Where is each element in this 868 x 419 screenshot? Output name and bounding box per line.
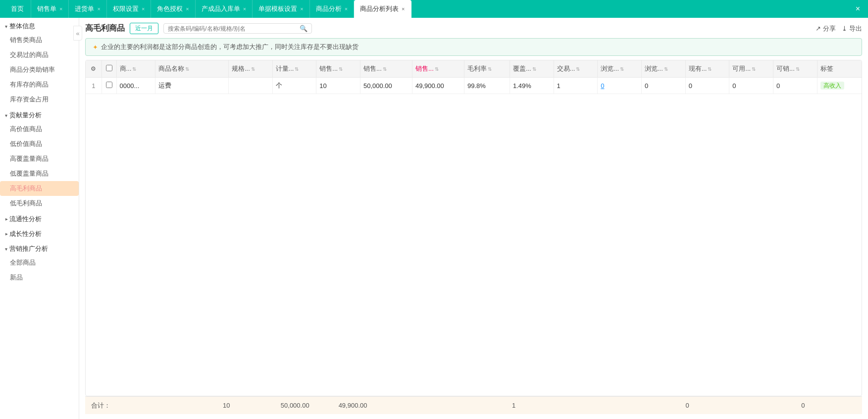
sidebar-item-low-margin[interactable]: 低毛利商品 [0,196,79,211]
share-button[interactable]: ↗ 分享 [816,24,836,33]
cell-sale-profit: 49,900.00 [412,78,464,94]
col-sale-qty[interactable]: 销售...⇅ [316,60,360,78]
cell-trade: 1 [554,78,598,94]
arrow-marketing: ▾ [5,246,7,252]
col-settings[interactable]: ⚙ [86,60,102,78]
footer-gross-rate [393,402,451,409]
export-button[interactable]: ⤓ 导出 [842,24,862,33]
arrow-overall: ▾ [5,24,7,29]
footer-bar: 合计： 10 50,000.00 49,900.00 1 0 0 [85,396,862,414]
col-checkbox[interactable] [102,60,116,78]
sidebar-item-stock-capital[interactable]: 库存资金占用 [0,92,79,107]
sidebar-group-marketing[interactable]: ▾ 营销推广分析 [0,240,79,255]
close-tab-product-analysis[interactable]: × [345,6,348,12]
col-coverage[interactable]: 覆盖...⇅ [510,60,554,78]
sidebar-item-traded-goods[interactable]: 交易过的商品 [0,47,79,62]
search-icon[interactable]: 🔍 [300,25,307,32]
footer-available [740,402,798,409]
cell-gross-rate: 99.8% [464,78,510,94]
arrow-growth: ▾ [3,233,9,235]
tab-template-settings[interactable]: 单据模板设置 × [253,0,309,18]
select-all-checkbox[interactable] [106,65,112,71]
close-tab-sales-order[interactable]: × [59,6,62,12]
tab-product-inbound[interactable]: 产成品入库单 × [196,0,253,18]
tab-sales-order[interactable]: 销售单 × [31,0,69,18]
sidebar-group-growth[interactable]: ▾ 成长性分析 [0,226,79,240]
header-actions: ↗ 分享 ⤓ 导出 [816,24,862,33]
footer-browse2 [625,402,683,409]
content-header: 高毛利商品 近一月 🔍 ↗ 分享 ⤓ 导出 [85,23,862,34]
sidebar-item-sales-goods[interactable]: 销售类商品 [0,33,79,47]
sidebar-item-stocked-goods[interactable]: 有库存的商品 [0,77,79,92]
footer-sale-profit: 49,900.00 [336,402,394,409]
col-gross-rate[interactable]: 毛利率⇅ [464,60,510,78]
col-available[interactable]: 可用...⇅ [729,60,773,78]
close-tab-product-inbound[interactable]: × [243,6,246,12]
table-body: 1 0000... 运费 个 10 50,000.00 49,900.00 99… [86,78,862,94]
sidebar-item-low-coverage[interactable]: 低覆盖量商品 [0,166,79,181]
close-all-tabs[interactable]: × [852,4,864,13]
footer-sale-amt: 50,000.00 [278,402,336,409]
tab-role-auth[interactable]: 角色授权 × [151,0,195,18]
export-icon: ⤓ [842,25,847,32]
search-input[interactable] [168,25,300,32]
tab-product-analysis-list[interactable]: 商品分析列表 × [354,0,411,18]
sidebar-collapse-btn[interactable]: « [73,26,79,41]
row-num: 1 [86,78,102,94]
sidebar-group-circulation[interactable]: ▾ 流通性分析 [0,211,79,226]
top-nav: 首页 销售单 × 进货单 × 权限设置 × 角色授权 × 产成品入库单 × 单据… [0,0,868,18]
sidebar-item-low-value[interactable]: 低价值商品 [0,137,79,151]
cell-name: 运费 [155,78,228,94]
close-tab-role-auth[interactable]: × [186,6,189,12]
col-name[interactable]: 商品名称⇅ [155,60,228,78]
time-filter-btn[interactable]: 近一月 [130,23,158,34]
col-saleable[interactable]: 可销...⇅ [773,60,817,78]
table-row: 1 0000... 运费 个 10 50,000.00 49,900.00 99… [86,78,862,94]
total-label: 合计： [91,401,220,410]
sidebar-item-high-margin[interactable]: 高毛利商品 [0,181,79,196]
tab-home[interactable]: 首页 [4,0,31,18]
sidebar-item-new-goods[interactable]: 新品 [0,270,79,285]
sidebar: « ▾ 整体信息 销售类商品 交易过的商品 商品分类助销率 有库存的商品 库存资… [0,18,79,419]
col-tag[interactable]: 标签 [817,60,862,78]
cell-code: 0000... [116,78,155,94]
footer-current: 0 [683,402,741,409]
close-tab-purchase-order[interactable]: × [97,6,100,12]
tab-permission-settings[interactable]: 权限设置 × [107,0,151,18]
footer-coverage [451,402,509,409]
close-tab-template[interactable]: × [300,6,303,12]
page-title: 高毛利商品 [85,23,125,34]
tab-product-analysis[interactable]: 商品分析 × [310,0,354,18]
close-tab-permission[interactable]: × [142,6,145,12]
sidebar-item-all-goods[interactable]: 全部商品 [0,255,79,270]
col-current[interactable]: 现有...⇅ [685,60,729,78]
col-browse1[interactable]: 浏览...⇅ [598,60,642,78]
cell-coverage: 1.49% [510,78,554,94]
sidebar-item-high-value[interactable]: 高价值商品 [0,122,79,137]
data-table: ⚙ 商...⇅ 商品名称⇅ 规格...⇅ 计量...⇅ 销售...⇅ 销售...… [86,60,862,94]
col-unit[interactable]: 计量...⇅ [272,60,316,78]
tip-icon: ✦ [93,44,98,51]
tab-purchase-order[interactable]: 进货单 × [69,0,106,18]
sidebar-item-high-coverage[interactable]: 高覆盖量商品 [0,151,79,166]
row-checkbox-cell[interactable] [102,78,116,94]
close-tab-product-analysis-list[interactable]: × [402,6,405,12]
col-spec[interactable]: 规格...⇅ [228,60,272,78]
sidebar-group-overall[interactable]: ▾ 整体信息 [0,18,79,33]
cell-spec [228,78,272,94]
col-browse2[interactable]: 浏览...⇅ [641,60,685,78]
tag-badge: 高收入 [820,82,844,90]
cell-browse1[interactable]: 0 [598,78,642,94]
share-icon: ↗ [816,25,821,32]
col-sale-profit[interactable]: 销售...⇅ [412,60,464,78]
footer-saleable: 0 [798,402,856,409]
footer-sale-qty: 10 [220,402,278,409]
footer-trade: 1 [509,402,567,409]
col-code[interactable]: 商...⇅ [116,60,155,78]
sidebar-item-category-rate[interactable]: 商品分类助销率 [0,62,79,77]
col-sale-amt[interactable]: 销售...⇅ [360,60,412,78]
col-trade[interactable]: 交易...⇅ [554,60,598,78]
sidebar-group-contribution[interactable]: ▾ 贡献量分析 [0,107,79,122]
cell-tag: 高收入 [817,78,862,94]
row-checkbox[interactable] [106,82,112,88]
